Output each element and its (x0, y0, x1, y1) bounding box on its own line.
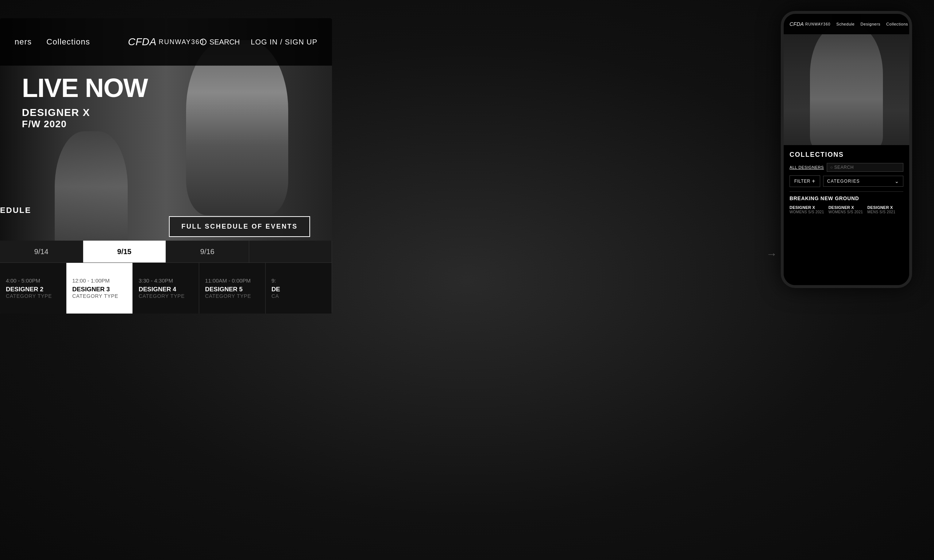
schedule-date-916[interactable]: 9/16 (166, 241, 249, 263)
schedule-date-extra[interactable] (249, 241, 332, 263)
event-category-5: CA (271, 293, 326, 299)
event-col-1[interactable]: 4:00 - 5:00PM DESIGNER 2 CATEGORY TYPE (0, 263, 66, 314)
phone-notch (832, 14, 861, 23)
hero-designer-name: DESIGNER X (22, 107, 147, 118)
nav-link-designers[interactable]: ners (15, 37, 32, 47)
filter-button[interactable]: FILTER + (789, 175, 820, 187)
event-time-3: 3:30 - 4:30PM (139, 277, 193, 284)
schedule-label: EDULE (0, 202, 31, 219)
phone-nav-collections[interactable]: Collections (886, 22, 908, 26)
search-button[interactable]: SEARCH (200, 38, 240, 46)
event-col-3[interactable]: 3:30 - 4:30PM DESIGNER 4 CATEGORY TYPE (133, 263, 199, 314)
desktop-navigation: ners Collections CFDA RUNWAY360 SEARCH L… (0, 18, 332, 66)
event-col-2[interactable]: 12:00 - 1:00PM DESIGNER 3 CATEGORY TYPE (66, 263, 133, 314)
all-designers-button[interactable]: ALL DESIGNERS (789, 163, 824, 172)
plus-icon: + (812, 178, 815, 185)
event-category-4: CATEGORY TYPE (205, 293, 259, 299)
hero-designer-season: F/W 2020 (22, 118, 147, 130)
event-category-3: CATEGORY TYPE (139, 293, 193, 299)
search-label: SEARCH (210, 38, 240, 46)
phone-collections-section: COLLECTIONS ALL DESIGNERS ○ FILTER + CAT… (784, 145, 909, 285)
divider (789, 191, 903, 192)
phone-hero (784, 14, 909, 152)
filter-label: FILTER (794, 178, 810, 184)
designer-card-season-2: WOMENS S/S 2021 (829, 210, 865, 214)
runway360-logo-text: RUNWAY360 (159, 38, 204, 46)
designer-cards-row: DESIGNER X WOMENS S/S 2021 DESIGNER X WO… (789, 205, 903, 214)
desktop-schedule-events: 4:00 - 5:00PM DESIGNER 2 CATEGORY TYPE 1… (0, 263, 332, 314)
collections-filters: ALL DESIGNERS ○ (789, 163, 903, 172)
search-icon: ○ (830, 165, 832, 170)
event-category-1: CATEGORY TYPE (6, 293, 60, 299)
event-designer-5: DE (271, 286, 326, 293)
designer-card-2[interactable]: DESIGNER X WOMENS S/S 2021 (829, 205, 865, 214)
schedule-date-914[interactable]: 9/14 (0, 241, 83, 263)
section-title-breaking: BREAKING NEW GROUND (789, 195, 903, 201)
collections-title: COLLECTIONS (789, 151, 903, 158)
desktop-schedule-bar: 9/14 9/15 9/16 (0, 241, 332, 263)
login-button[interactable]: LOG IN / SIGN UP (251, 38, 317, 46)
hero-text-overlay: LIVE NOW DESIGNER X F/W 2020 (22, 75, 147, 130)
designer-card-name-1: DESIGNER X (789, 205, 826, 210)
event-col-5[interactable]: 9: DE CA (266, 263, 332, 314)
phone-mockup: CFDA RUNWAY360 Schedule Designers Collec… (781, 11, 912, 288)
phone-cfda-text: CFDA (789, 21, 804, 27)
event-designer-4: DESIGNER 5 (205, 286, 259, 293)
nav-link-collections[interactable]: Collections (46, 37, 90, 47)
chevron-down-icon: ⌄ (895, 178, 899, 184)
event-time-4: 11:00AM - 0:00PM (205, 277, 259, 284)
filter-row: FILTER + CATEGORIES ⌄ (789, 175, 903, 187)
event-designer-1: DESIGNER 2 (6, 286, 60, 293)
arrow-decoration: → (766, 248, 777, 260)
desktop-nav-left: ners Collections (15, 37, 90, 47)
categories-label: CATEGORIES (827, 178, 860, 184)
designer-card-3[interactable]: DESIGNER X MENS S/S 2021 (867, 205, 903, 214)
desktop-mockup: ners Collections CFDA RUNWAY360 SEARCH L… (0, 18, 332, 314)
search-input[interactable] (834, 165, 900, 170)
event-time-1: 4:00 - 5:00PM (6, 277, 60, 284)
search-box[interactable]: ○ (827, 163, 903, 172)
phone-hero-figure (810, 25, 883, 149)
phone-logo: CFDA RUNWAY360 (789, 21, 831, 27)
designer-card-1[interactable]: DESIGNER X WOMENS S/S 2021 (789, 205, 826, 214)
desktop-logo: CFDA RUNWAY360 (128, 36, 204, 48)
designer-card-name-2: DESIGNER X (829, 205, 865, 210)
hero-figure-main (186, 40, 288, 215)
designer-card-season-1: WOMENS S/S 2021 (789, 210, 826, 214)
event-time-5: 9: (271, 277, 326, 284)
event-col-4[interactable]: 11:00AM - 0:00PM DESIGNER 5 CATEGORY TYP… (199, 263, 266, 314)
schedule-date-915[interactable]: 9/15 (83, 241, 166, 263)
desktop-nav-right: SEARCH LOG IN / SIGN UP (200, 38, 317, 46)
designer-card-season-3: MENS S/S 2021 (867, 210, 903, 214)
phone-nav-designers[interactable]: Designers (861, 22, 880, 26)
phone-runway-text: RUNWAY360 (805, 22, 831, 26)
cfda-logo-text: CFDA (128, 36, 157, 48)
event-category-2: CATEGORY TYPE (72, 293, 126, 299)
event-designer-2: DESIGNER 3 (72, 286, 126, 293)
full-schedule-button[interactable]: FULL SCHEDULE OF EVENTS (169, 216, 310, 237)
categories-dropdown[interactable]: CATEGORIES ⌄ (823, 176, 903, 187)
event-time-2: 12:00 - 1:00PM (72, 277, 126, 284)
live-now-badge: LIVE NOW (22, 75, 147, 101)
event-designer-3: DESIGNER 4 (139, 286, 193, 293)
designer-card-name-3: DESIGNER X (867, 205, 903, 210)
